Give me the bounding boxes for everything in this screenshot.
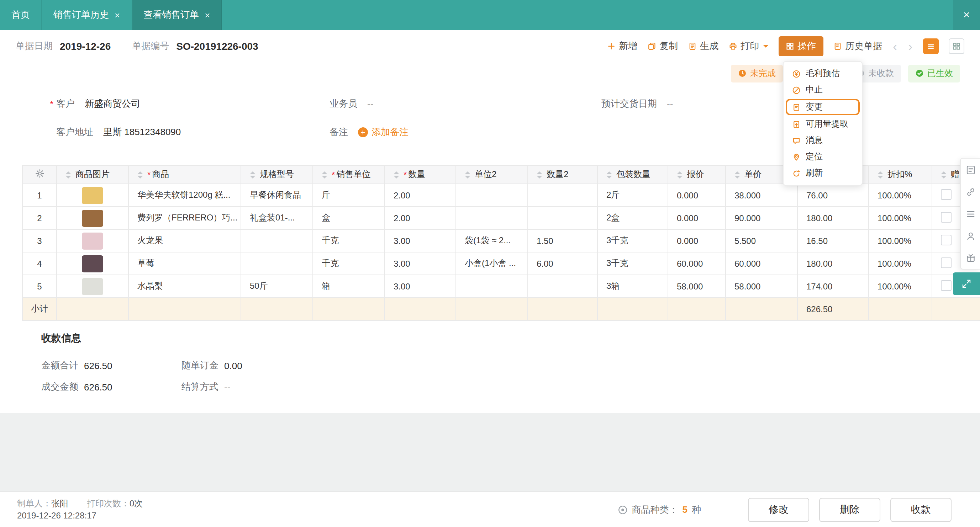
gift-checkbox[interactable]	[941, 211, 951, 222]
menu-item-stop[interactable]: 中止	[784, 82, 862, 98]
product-image-waffle-cookies[interactable]	[82, 187, 103, 204]
cell-discount[interactable]: 100.00%	[869, 275, 932, 298]
table-row[interactable]: 1 华美华夫软饼1200g 糕... 早餐休闲食品 斤 2.00 2斤 0.00…	[22, 184, 980, 206]
history-button[interactable]: 历史单据	[833, 40, 882, 52]
sort-icon[interactable]	[941, 171, 947, 178]
cell-product[interactable]: 火龙果	[129, 229, 241, 252]
cell-pkg-qty[interactable]: 2斤	[597, 184, 668, 206]
sort-icon[interactable]	[735, 171, 740, 178]
cell-qty[interactable]: 2.00	[385, 184, 456, 206]
customer-value[interactable]: 新盛商贸公司	[85, 97, 140, 110]
table-row[interactable]: 4 草莓 千克 3.00 小盒(1小盒 ... 6.00 3千克 60.000 …	[22, 252, 980, 275]
cell-spec[interactable]	[241, 252, 313, 275]
receive-payment-button[interactable]: 收款	[890, 497, 951, 522]
cell-quote[interactable]: 0.000	[668, 229, 725, 252]
cell-discount[interactable]: 100.00%	[869, 184, 932, 206]
menu-item-profit[interactable]: 毛利预估	[784, 65, 862, 82]
menu-item-locate[interactable]: 定位	[784, 149, 862, 165]
cell-pkg-qty[interactable]: 2盒	[597, 206, 668, 229]
sort-icon[interactable]	[65, 171, 71, 178]
cell-quote[interactable]: 0.000	[668, 206, 725, 229]
cell-amount[interactable]: 16.50	[797, 229, 869, 252]
column-header-unit[interactable]: * 销售单位	[313, 165, 385, 184]
table-settings-header[interactable]	[22, 165, 57, 184]
column-header-unit2[interactable]: 单位2	[456, 165, 528, 184]
generate-button[interactable]: 生成	[688, 40, 719, 52]
product-image-crystal-pear[interactable]	[82, 278, 103, 295]
product-image-dragon-fruit[interactable]	[82, 232, 103, 249]
cell-discount[interactable]: 100.00%	[869, 206, 932, 229]
column-header-image[interactable]: 商品图片	[57, 165, 129, 184]
tab-view-sales-order[interactable]: 查看销售订单 ×	[132, 0, 222, 30]
cell-unit-price[interactable]: 5.500	[725, 229, 797, 252]
package-icon[interactable]	[961, 247, 980, 269]
cell-qty[interactable]: 3.00	[385, 275, 456, 298]
close-tab-icon[interactable]: ×	[205, 10, 210, 19]
cell-spec[interactable]: 礼盒装01-...	[241, 206, 313, 229]
gift-checkbox[interactable]	[941, 234, 951, 245]
nav-right-icon[interactable]: ›	[908, 40, 913, 52]
menu-item-message[interactable]: 消息	[784, 132, 862, 149]
tab-sales-order-history[interactable]: 销售订单历史 ×	[42, 0, 132, 30]
column-header-name[interactable]: * 商品	[129, 165, 241, 184]
gift-checkbox[interactable]	[941, 280, 951, 290]
cell-qty2[interactable]	[528, 275, 597, 298]
menu-item-change[interactable]: 变更	[786, 99, 860, 115]
sort-icon[interactable]	[537, 171, 542, 178]
cell-spec[interactable]: 早餐休闲食品	[241, 184, 313, 206]
cell-sale-unit[interactable]: 箱	[313, 275, 385, 298]
cell-quote[interactable]: 0.000	[668, 184, 725, 206]
sort-icon[interactable]	[250, 171, 256, 178]
nav-left-icon[interactable]: ‹	[892, 40, 897, 52]
column-header-qty[interactable]: * 数量	[385, 165, 456, 184]
cell-product[interactable]: 华美华夫软饼1200g 糕...	[129, 184, 241, 206]
sort-icon[interactable]	[137, 171, 143, 178]
operate-button[interactable]: 操作	[778, 36, 823, 56]
cell-qty2[interactable]	[528, 206, 597, 229]
grid-view-toggle[interactable]	[949, 38, 964, 54]
modify-button[interactable]: 修改	[748, 497, 809, 522]
sort-icon[interactable]	[878, 171, 883, 178]
cell-quote[interactable]: 60.000	[668, 252, 725, 275]
cell-unit2[interactable]: 小盒(1小盒 ...	[456, 252, 528, 275]
column-header-quote[interactable]: 报价	[668, 165, 725, 184]
cell-qty[interactable]: 2.00	[385, 206, 456, 229]
cell-product[interactable]: 费列罗（FERRERO）巧...	[129, 206, 241, 229]
cell-qty2[interactable]: 1.50	[528, 229, 597, 252]
sort-icon[interactable]	[465, 171, 471, 178]
table-row[interactable]: 3 火龙果 千克 3.00 袋(1袋 ≈ 2... 1.50 3千克 0.000…	[22, 229, 980, 252]
cell-qty[interactable]: 3.00	[385, 252, 456, 275]
cell-unit2[interactable]	[456, 275, 528, 298]
cell-pkg-qty[interactable]: 3箱	[597, 275, 668, 298]
cell-sale-unit[interactable]: 斤	[313, 184, 385, 206]
product-image-ferrero-chocolate[interactable]	[82, 210, 103, 227]
add-note-button[interactable]: + 添加备注	[358, 126, 409, 139]
sort-icon[interactable]	[322, 171, 328, 178]
list-view-toggle[interactable]	[923, 38, 939, 54]
cell-unit2[interactable]: 袋(1袋 ≈ 2...	[456, 229, 528, 252]
cell-product[interactable]: 水晶梨	[129, 275, 241, 298]
cell-unit2[interactable]	[456, 206, 528, 229]
add-button[interactable]: 新增	[607, 40, 637, 52]
user-icon[interactable]	[961, 225, 980, 247]
cell-unit-price[interactable]: 58.000	[725, 275, 797, 298]
cell-discount[interactable]: 100.00%	[869, 229, 932, 252]
cell-sale-unit[interactable]: 千克	[313, 229, 385, 252]
cell-qty[interactable]: 3.00	[385, 229, 456, 252]
table-row[interactable]: 5 水晶梨 50斤 箱 3.00 3箱 58.000 58.000 174.00…	[22, 275, 980, 298]
sort-icon[interactable]	[394, 171, 399, 178]
cell-amount[interactable]: 180.00	[797, 252, 869, 275]
cell-unit-price[interactable]: 90.000	[725, 206, 797, 229]
cell-pkg-qty[interactable]: 3千克	[597, 229, 668, 252]
cell-amount[interactable]: 174.00	[797, 275, 869, 298]
link-icon[interactable]	[961, 181, 980, 203]
cell-discount[interactable]: 100.00%	[869, 252, 932, 275]
cell-pkg-qty[interactable]: 3千克	[597, 252, 668, 275]
delete-button[interactable]: 删除	[819, 497, 880, 522]
tab-home[interactable]: 首页	[0, 0, 42, 30]
cell-sale-unit[interactable]: 千克	[313, 252, 385, 275]
cell-unit2[interactable]	[456, 184, 528, 206]
column-header-discount[interactable]: 折扣%	[869, 165, 932, 184]
cell-product[interactable]: 草莓	[129, 252, 241, 275]
menu-item-extract[interactable]: 可用量提取	[784, 116, 862, 132]
